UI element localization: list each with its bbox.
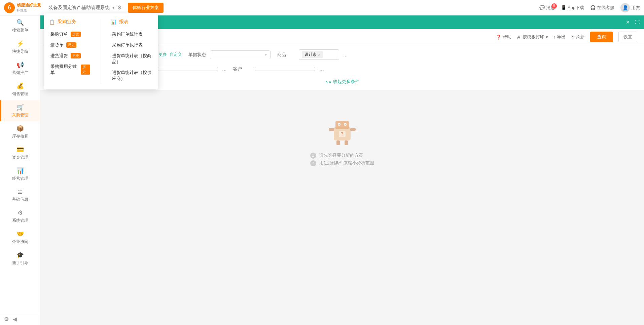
purchase-col-icon: 📋 [49,19,55,25]
online-service-label: 在线客服 [597,5,614,11]
shortcut-custom[interactable]: 自定义 [170,52,182,57]
svg-rect-7 [345,140,348,145]
gear-sidebar-icon: ⚙ [17,209,23,216]
dropdown-arrow-icon[interactable]: ▾ [112,5,114,10]
status-select[interactable]: ▾ [210,50,271,59]
user-avatar: 👤 [620,3,630,12]
sidebar-item-system[interactable]: ⚙ 系统管理 [0,206,40,227]
settings-bottom-icon[interactable]: ⚙ [4,316,9,322]
top-right-area: 💬 消息 5 📱 App下载 🎧 在线客服 👤 用友 [539,3,640,12]
online-service-button[interactable]: 🎧 在线客服 [590,5,614,11]
dropdown-item-incoming-stat-goods[interactable]: 进货单统计表（按商品） [111,50,153,67]
dropdown-item-po-stat[interactable]: 采购订单统计表 [111,29,153,40]
status-label: 单据状态 [188,52,207,58]
goods-tag-text: 设计素 [305,52,317,57]
help-label: 帮助 [503,34,511,40]
megaphone-icon: 📢 [16,61,24,69]
collapse-up-icon: ∧∧ [325,79,332,84]
sidebar-label-sales: 销售管理 [12,91,28,97]
flash-icon: ⚡ [16,40,24,47]
tip2-num: 2 [310,160,316,166]
logo-icon: 6 [4,2,15,13]
dropdown-item-po-exec[interactable]: 采购订单执行表 [111,40,153,50]
refresh-label: 刷新 [576,34,585,40]
dropdown-item-incoming[interactable]: 进货单 历史 [49,40,92,50]
sidebar-item-purchase[interactable]: 🛒 采购管理 [0,100,40,121]
money-icon: 💰 [16,82,24,90]
collapse-label: 收起更多条件 [333,79,359,85]
box-icon: 📦 [16,125,24,132]
sidebar-item-sales[interactable]: 💰 销售管理 [0,79,40,100]
setting-button[interactable]: 设置 [618,32,637,42]
app-download-button[interactable]: 📱 App下载 [561,5,584,11]
shortcut-more[interactable]: 更多 [159,52,167,57]
sidebar-item-quicknav[interactable]: ⚡ 快捷导航 [0,37,40,58]
dropdown-item-incoming-stat-supplier[interactable]: 进货单统计表（按供应商） [111,67,153,84]
sidebar-item-enterprise[interactable]: 🤝 企业协同 [0,227,40,248]
goods-label: 商品 [277,52,296,58]
empty-tips: 1 请先选择要分析的方案 2 用[过滤]条件来缩小分析范围 [310,151,374,167]
headset-icon: 🎧 [590,5,596,10]
settings-icon[interactable]: ⚙ [117,4,122,11]
empty-illustration: ? [325,117,359,147]
sidebar-item-search[interactable]: 🔍 搜索菜单 [0,15,40,37]
app-download-label: App下载 [568,5,584,11]
collapse-button[interactable]: ∧∧ 收起更多条件 [325,77,359,86]
export-button[interactable]: ↑ 导出 [553,34,566,40]
sidebar-label-purchase: 采购管理 [12,112,28,118]
cart-icon: 🛒 [16,104,24,111]
message-button[interactable]: 💬 消息 5 [539,5,555,11]
sidebar-label-marketing: 营销推广 [12,70,28,76]
refresh-button[interactable]: ↻ 刷新 [571,34,585,40]
purchase-dropdown-menu: 📋 采购业务 采购订单 历史 进货单 历史 进货退货 历史 采购费用分摊单 [44,13,158,89]
goods-more-btn[interactable]: ... [343,52,348,58]
system-title-text: 装备及固定资产辅助管理系统 [48,5,110,11]
dropdown-item-label: 采购订单统计表 [112,31,143,37]
empty-state: ? 1 请先选择要分析的方案 2 用[过滤]条件来缩小分析范围 [40,90,644,194]
sidebar-label-quicknav: 快捷导航 [12,49,28,54]
sidebar-label-system: 系统管理 [12,218,28,224]
export-label: 导出 [557,34,566,40]
sidebar-label-search: 搜索菜单 [12,28,28,33]
logo-area: 6 畅捷通好生意 标准版 [4,2,44,13]
salesperson-more-btn[interactable]: ... [222,66,226,72]
customer-input[interactable] [255,67,315,71]
dropdown-item-label: 采购订单执行表 [112,42,143,48]
sidebar-label-base: 基础信息 [12,197,28,202]
dropdown-item-return[interactable]: 进货退货 历史 [49,50,92,61]
sidebar-bottom: ⚙ ◀ [0,313,40,325]
svg-point-5 [345,124,346,125]
handshake-icon: 🤝 [16,230,24,238]
sidebar-item-funds[interactable]: 💳 资金管理 [0,143,40,164]
tab-close-all-icon[interactable]: ✕ [624,18,632,26]
logo-text: 畅捷通好生意 标准版 [17,2,41,13]
sidebar-item-operations[interactable]: 📊 经营管理 [0,164,40,185]
goods-input[interactable]: 设计素 × [299,49,339,60]
sidebar-item-inventory[interactable]: 📦 库存核算 [0,121,40,143]
industry-button[interactable]: 体验行业方案 [128,3,164,13]
query-button[interactable]: 查询 [590,32,613,42]
filter-status: 单据状态 ▾ [188,50,271,59]
svg-point-4 [338,124,340,125]
customer-more-btn[interactable]: ... [319,66,324,72]
sidebar-item-base[interactable]: 🗂 基础信息 [0,185,40,206]
user-area[interactable]: 👤 用友 [620,3,640,12]
dropdown-item-expense[interactable]: 采购费用分摊单 历史 [49,61,92,78]
filter-customer: 客户 ... [233,66,324,72]
print-button[interactable]: 🖨 按模板打印 ▾ [517,34,548,40]
sidebar-item-guide[interactable]: 🎓 新手引导 [0,248,40,269]
goods-tag-remove[interactable]: × [318,52,320,57]
goods-tag: 设计素 × [302,51,323,58]
sidebar-item-marketing[interactable]: 📢 营销推广 [0,58,40,79]
collapse-sidebar-icon[interactable]: ◀ [13,316,17,322]
book-icon: 🎓 [16,251,24,259]
dropdown-item-purchase-order[interactable]: 采购订单 历史 [49,29,92,40]
help-button[interactable]: ❓ 帮助 [496,34,511,40]
purchase-col-title: 采购业务 [58,19,76,25]
salesperson-input[interactable] [157,67,218,71]
message-badge: 5 [551,3,557,9]
report-col-title: 报表 [119,19,129,25]
tab-expand-icon[interactable]: ⛶ [633,18,641,26]
sidebar-label-enterprise: 企业协同 [12,239,28,245]
message-icon: 💬 [539,5,545,10]
